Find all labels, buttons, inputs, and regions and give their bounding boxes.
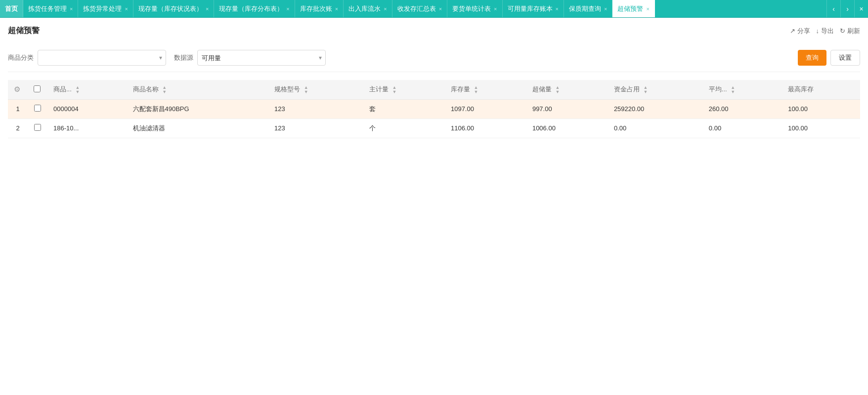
nav-tab-close[interactable]: ×: [125, 6, 128, 12]
row-overstock: 1006.00: [526, 118, 608, 138]
th-spec[interactable]: 规格型号 ▲ ▼: [268, 80, 363, 99]
row-stock: 1106.00: [445, 118, 526, 138]
nav-tab-label: 出入库流水: [348, 4, 381, 13]
row-product-name: 机油滤清器: [127, 118, 269, 138]
export-button[interactable]: ↓ 导出: [816, 27, 834, 36]
row-capital: 0.00: [608, 118, 703, 138]
datasource-select[interactable]: 可用量 库存量: [197, 50, 326, 66]
nav-tab-available[interactable]: 可用量库存账本 ×: [503, 0, 564, 18]
row-num: 1: [8, 99, 28, 118]
nav-tab-overstock[interactable]: 超储预警 ×: [612, 0, 654, 18]
nav-tab-expiry[interactable]: 保质期查询 ×: [564, 0, 612, 18]
share-button[interactable]: ↗ 分享: [790, 27, 810, 36]
page-header: 超储预警 ↗ 分享 ↓ 导出 ↻ 刷新: [8, 26, 860, 36]
table-body: 1 0000004 六配套新昌490BPG 123 套 1097.00 997.…: [8, 99, 860, 138]
nav-prev-button[interactable]: ‹: [826, 0, 840, 18]
category-select[interactable]: [38, 50, 166, 66]
gear-icon[interactable]: ⚙: [14, 85, 20, 93]
row-spec: 123: [268, 99, 363, 118]
nav-next-button[interactable]: ›: [840, 0, 854, 18]
sort-arrows-spec: ▲ ▼: [304, 85, 308, 94]
nav-tab-stock-dist[interactable]: 现存量（库存分布表） ×: [214, 0, 295, 18]
nav-home-label: 首页: [5, 4, 18, 13]
th-product-code[interactable]: 商品... ▲ ▼: [47, 80, 127, 99]
row-product-name: 六配套新昌490BPG: [127, 99, 269, 118]
nav-tab-close[interactable]: ×: [646, 6, 649, 12]
row-avg: 260.00: [703, 99, 782, 118]
nav-tab-close[interactable]: ×: [70, 6, 73, 12]
nav-tab-close[interactable]: ×: [286, 6, 289, 12]
sort-down-icon: ▼: [162, 90, 167, 94]
sort-down-icon: ▼: [75, 90, 80, 94]
nav-tab-summary[interactable]: 收发存汇总表 ×: [392, 0, 447, 18]
nav-tab-close[interactable]: ×: [439, 6, 442, 12]
nav-tab-close[interactable]: ×: [604, 6, 607, 12]
row-max-stock: 100.00: [782, 118, 860, 138]
category-label: 商品分类: [8, 53, 34, 62]
datasource-label: 数据源: [174, 53, 193, 62]
th-avg-label: 平均...: [709, 85, 727, 93]
th-unit-label: 主计量: [369, 85, 389, 93]
nav-tab-pickorder[interactable]: 拣货任务管理 ×: [23, 0, 78, 18]
nav-tab-label: 现存量（库存分布表）: [219, 4, 283, 13]
row-checkbox[interactable]: [34, 124, 41, 131]
th-unit[interactable]: 主计量 ▲ ▼: [363, 80, 445, 99]
top-navigation: 首页 拣货任务管理 × 拣货异常处理 × 现存量（库存状况表） × 现存量（库存…: [0, 0, 868, 18]
filter-actions: 查询 设置: [798, 50, 860, 66]
th-stock[interactable]: 库存量 ▲ ▼: [445, 80, 526, 99]
category-select-wrapper: [38, 50, 166, 66]
sort-down-icon: ▼: [556, 90, 560, 94]
select-all-checkbox[interactable]: [34, 85, 41, 92]
export-label: 导出: [821, 27, 834, 36]
th-capital-label: 资金占用: [614, 85, 640, 93]
refresh-button[interactable]: ↻ 刷新: [840, 27, 860, 36]
share-icon: ↗: [790, 27, 795, 35]
header-actions: ↗ 分享 ↓ 导出 ↻ 刷新: [790, 27, 861, 36]
query-button[interactable]: 查询: [798, 50, 826, 66]
th-stock-label: 库存量: [451, 85, 470, 93]
datasource-select-wrapper: 可用量 库存量: [197, 50, 326, 66]
th-product-code-label: 商品...: [53, 85, 72, 93]
nav-tab-label: 库存批次账: [300, 4, 332, 13]
nav-tab-pickabnormal[interactable]: 拣货异常处理 ×: [78, 0, 133, 18]
nav-home[interactable]: 首页: [0, 0, 23, 18]
nav-more-button[interactable]: ×: [854, 0, 868, 18]
nav-tab-close[interactable]: ×: [384, 6, 387, 12]
th-capital[interactable]: 资金占用 ▲ ▼: [608, 80, 703, 99]
th-max-stock-label: 最高库存: [788, 85, 814, 93]
nav-tab-label: 可用量库存账本: [508, 4, 553, 13]
table-row: 2 186-10... 机油滤清器 123 个 1106.00 1006.00 …: [8, 118, 860, 138]
sort-arrows-capital: ▲ ▼: [644, 85, 648, 94]
nav-tab-close[interactable]: ×: [494, 6, 497, 12]
row-num: 2: [8, 118, 28, 138]
filter-row: 商品分类 数据源 可用量 库存量 查询 设置: [8, 44, 860, 72]
th-avg[interactable]: 平均... ▲ ▼: [703, 80, 782, 99]
nav-tab-stock-status[interactable]: 现存量（库存状况表） ×: [133, 0, 214, 18]
th-overstock[interactable]: 超储量 ▲ ▼: [526, 80, 608, 99]
nav-tab-batch[interactable]: 库存批次账 ×: [295, 0, 344, 18]
th-max-stock[interactable]: 最高库存: [782, 80, 860, 99]
row-unit: 套: [363, 99, 445, 118]
th-product-name[interactable]: 商品名称 ▲ ▼: [127, 80, 269, 99]
th-product-name-label: 商品名称: [133, 85, 159, 93]
sort-down-icon: ▼: [474, 90, 478, 94]
refresh-icon: ↻: [840, 27, 845, 35]
nav-tab-close[interactable]: ×: [556, 6, 559, 12]
nav-tab-close[interactable]: ×: [335, 6, 338, 12]
share-label: 分享: [797, 27, 810, 36]
nav-tab-label: 拣货异常处理: [83, 4, 122, 13]
sort-down-icon: ▼: [731, 90, 735, 94]
nav-tab-label: 要货单统计表: [452, 4, 491, 13]
row-checkbox-cell: [28, 99, 47, 118]
nav-tab-order-stats[interactable]: 要货单统计表 ×: [447, 0, 502, 18]
sort-down-icon: ▼: [392, 90, 397, 94]
sort-arrows-product-name: ▲ ▼: [162, 85, 167, 94]
nav-tab-close[interactable]: ×: [206, 6, 209, 12]
settings-button[interactable]: 设置: [830, 50, 860, 66]
nav-tab-inout[interactable]: 出入库流水 ×: [344, 0, 392, 18]
th-spec-label: 规格型号: [274, 85, 300, 93]
row-overstock: 997.00: [526, 99, 608, 118]
export-icon: ↓: [816, 27, 820, 35]
row-checkbox[interactable]: [34, 105, 41, 112]
row-product-code: 186-10...: [47, 118, 127, 138]
